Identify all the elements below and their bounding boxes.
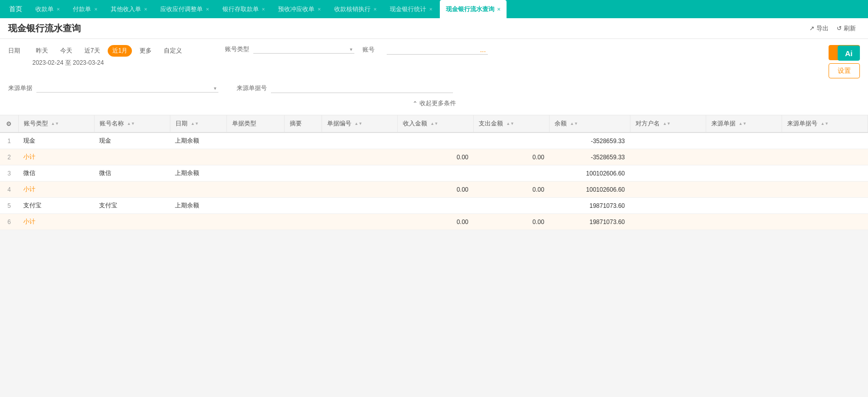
table-cell: 上期余额 [170, 133, 226, 149]
table-cell [706, 182, 782, 198]
table-row[interactable]: 3微信微信上期余额100102606.60 [0, 165, 868, 182]
ai-badge[interactable]: Ai [838, 46, 860, 61]
source-doc-label: 来源单据 [8, 84, 32, 93]
table-cell [630, 165, 706, 182]
export-button[interactable]: ↗ 导出 [809, 24, 829, 33]
date-btn-1month[interactable]: 近1月 [108, 45, 132, 57]
table-cell: 0.00 [397, 214, 473, 230]
collapse-bar[interactable]: ⌃ 收起更多条件 [8, 97, 860, 109]
nav-tab-fukuan[interactable]: 付款单 × [67, 0, 103, 18]
account-type-select[interactable]: ▾ [253, 46, 354, 54]
table-cell: 小计 [18, 214, 94, 230]
nav-tab-yingshouyingfu[interactable]: 应收应付调整单 × [154, 0, 215, 18]
table-cell [782, 133, 867, 149]
table-cell: 2 [0, 149, 18, 165]
data-table: ⚙ 账号类型 ▲▼ 账号名称 ▲▼ 日期 ▲▼ 单据类型 摘要 [0, 115, 868, 230]
close-icon[interactable]: × [144, 6, 147, 12]
sort-icon[interactable]: ▲▼ [570, 122, 578, 126]
column-gear[interactable]: ⚙ [0, 115, 18, 133]
filter-area: 日期 昨天 今天 近7天 近1月 更多 自定义 2023-02-24 至 202… [0, 39, 868, 115]
table-cell [630, 149, 706, 165]
table-body: 1现金现金上期余额-3528659.332小计0.000.00-3528659.… [0, 133, 868, 230]
refresh-button[interactable]: ↺ 刷新 [837, 24, 856, 33]
sort-icon[interactable]: ▲▼ [739, 122, 747, 126]
table-cell: 微信 [94, 165, 170, 182]
sort-icon[interactable]: ▲▼ [354, 122, 362, 126]
table-cell [782, 149, 867, 165]
close-icon[interactable]: × [374, 6, 377, 12]
nav-tab-yushou[interactable]: 预收冲应收单 × [272, 0, 327, 18]
close-icon[interactable]: × [262, 6, 265, 12]
column-source-doc-num: 来源单据号 ▲▼ [782, 115, 867, 133]
table-row[interactable]: 6小计0.000.0019871073.60 [0, 214, 868, 230]
table-cell: 100102606.60 [550, 165, 630, 182]
date-btn-7days[interactable]: 近7天 [80, 45, 105, 57]
date-btn-yesterday[interactable]: 昨天 [31, 45, 53, 57]
table-cell [397, 165, 473, 182]
nav-tab-shoukuanxiaoxiao[interactable]: 收款核销执行 × [328, 0, 383, 18]
sort-icon[interactable]: ▲▼ [663, 122, 671, 126]
table-cell [322, 149, 397, 165]
table-cell [94, 149, 170, 165]
table-row[interactable]: 5支付宝支付宝上期余额19871073.60 [0, 198, 868, 214]
column-counterpart: 对方户名 ▲▼ [630, 115, 706, 133]
column-balance: 余额 ▲▼ [550, 115, 630, 133]
nav-home[interactable]: 首页 [2, 0, 29, 18]
table-cell [782, 198, 867, 214]
sort-icon[interactable]: ▲▼ [127, 122, 135, 126]
top-navigation: 首页 收款单 × 付款单 × 其他收入单 × 应收应付调整单 × 银行存取款单 … [0, 0, 868, 18]
table-cell [284, 133, 322, 149]
chevron-up-icon: ⌃ [413, 100, 418, 107]
column-doc-number: 单据编号 ▲▼ [322, 115, 397, 133]
column-income: 收入金额 ▲▼ [397, 115, 473, 133]
table-cell [474, 133, 550, 149]
close-icon[interactable]: × [317, 6, 321, 12]
table-cell [397, 198, 473, 214]
sort-icon[interactable]: ▲▼ [191, 122, 199, 126]
date-btn-custom[interactable]: 自定义 [159, 45, 187, 57]
page-title: 现金银行流水查询 [8, 22, 81, 34]
nav-tab-xianjinyinhang-liushui[interactable]: 现金银行流水查询 × [440, 0, 507, 18]
table-cell: 支付宝 [18, 198, 94, 214]
source-doc-num-input[interactable] [271, 83, 450, 93]
table-cell: 微信 [18, 165, 94, 182]
sort-icon[interactable]: ▲▼ [820, 122, 829, 126]
account-more-icon[interactable]: ... [480, 46, 486, 54]
close-icon[interactable]: × [429, 6, 432, 12]
table-cell [170, 149, 226, 165]
table-cell: 100102606.60 [550, 182, 630, 198]
sort-icon[interactable]: ▲▼ [430, 122, 438, 126]
close-icon[interactable]: × [497, 6, 500, 12]
table-row[interactable]: 4小计0.000.00100102606.60 [0, 182, 868, 198]
settings-button[interactable]: 设置 [829, 63, 860, 78]
table-cell [782, 214, 867, 230]
column-source-doc: 来源单据 ▲▼ [706, 115, 782, 133]
nav-tab-yinxingcunqu[interactable]: 银行存取款单 × [216, 0, 271, 18]
account-input[interactable] [387, 45, 478, 54]
source-doc-select[interactable]: ▾ [36, 84, 218, 93]
table-row[interactable]: 2小计0.000.00-3528659.33 [0, 149, 868, 165]
close-icon[interactable]: × [57, 6, 60, 12]
column-doc-type: 单据类型 [226, 115, 284, 133]
nav-tab-qitashouru[interactable]: 其他收入单 × [105, 0, 153, 18]
table-row[interactable]: 1现金现金上期余额-3528659.33 [0, 133, 868, 149]
date-btn-more[interactable]: 更多 [135, 45, 156, 57]
nav-tab-xianjinyinhang-tongji[interactable]: 现金银行统计 × [384, 0, 438, 18]
sort-icon[interactable]: ▲▼ [51, 122, 59, 126]
nav-tab-shoukuan[interactable]: 收款单 × [29, 0, 66, 18]
table-cell: 上期余额 [170, 198, 226, 214]
close-icon[interactable]: × [94, 6, 97, 12]
column-account-name: 账号名称 ▲▼ [94, 115, 170, 133]
close-icon[interactable]: × [206, 6, 209, 12]
sort-icon[interactable]: ▲▼ [506, 122, 514, 126]
table-cell [322, 133, 397, 149]
table-cell: 小计 [18, 149, 94, 165]
main-content: ⚙ 账号类型 ▲▼ 账号名称 ▲▼ 日期 ▲▼ 单据类型 摘要 [0, 115, 868, 230]
table-cell: 6 [0, 214, 18, 230]
table-container: ⚙ 账号类型 ▲▼ 账号名称 ▲▼ 日期 ▲▼ 单据类型 摘要 [0, 115, 868, 230]
table-cell: 19871073.60 [550, 198, 630, 214]
table-cell [226, 182, 284, 198]
date-btn-today[interactable]: 今天 [56, 45, 77, 57]
table-cell: 0.00 [397, 182, 473, 198]
table-cell [630, 214, 706, 230]
